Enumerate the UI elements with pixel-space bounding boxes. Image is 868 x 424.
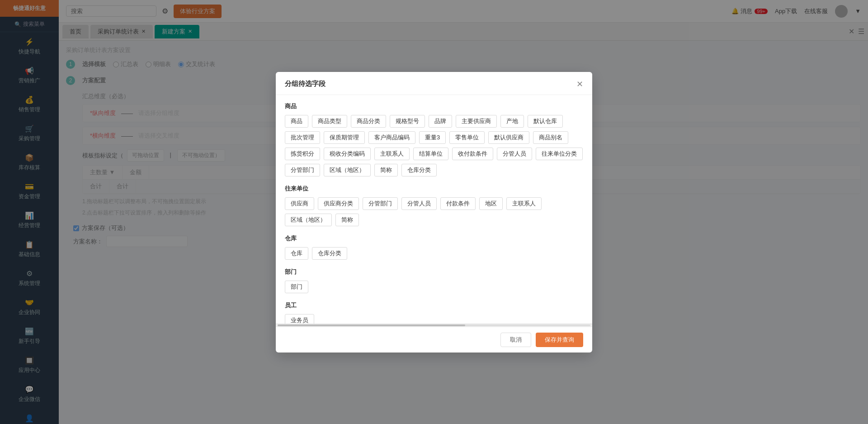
modal-title: 分组待选字段	[285, 80, 326, 88]
cancel-button[interactable]: 取消	[500, 333, 531, 347]
hscroll-track	[278, 324, 590, 326]
field-tag-重量3[interactable]: 重量3	[419, 131, 446, 144]
field-tag-分管部门[interactable]: 分管部门	[285, 164, 320, 176]
field-tag-区域（地区）[interactable]: 区域（地区）	[285, 214, 332, 226]
field-tag-分管人员[interactable]: 分管人员	[401, 197, 437, 210]
modal-body: 商品商品商品类型商品分类规格型号品牌主要供应商产地默认仓库批次管理保质期管理客户…	[276, 95, 592, 324]
field-tag-简称[interactable]: 简称	[335, 214, 359, 226]
confirm-button[interactable]: 保存并查询	[536, 333, 583, 347]
field-tag-主要供应商[interactable]: 主要供应商	[456, 115, 497, 128]
field-picker-modal: 分组待选字段 ✕ 商品商品商品类型商品分类规格型号品牌主要供应商产地默认仓库批次…	[276, 72, 592, 353]
field-tag-产地[interactable]: 产地	[500, 115, 524, 128]
field-tags-product: 商品商品类型商品分类规格型号品牌主要供应商产地默认仓库批次管理保质期管理客户商品…	[285, 115, 583, 176]
field-tag-默认供应商[interactable]: 默认供应商	[488, 131, 529, 144]
field-tag-供应商[interactable]: 供应商	[285, 197, 314, 210]
field-tag-拣货积分[interactable]: 拣货积分	[285, 148, 320, 160]
field-section-employee: 员工业务员	[285, 301, 583, 324]
hscroll-thumb	[278, 324, 465, 326]
field-tag-供应商分类[interactable]: 供应商分类	[318, 197, 359, 210]
field-tag-客户商品编码[interactable]: 客户商品编码	[368, 131, 415, 144]
field-tag-地区[interactable]: 地区	[479, 197, 503, 210]
field-tag-品牌[interactable]: 品牌	[429, 115, 452, 128]
field-tag-部门[interactable]: 部门	[285, 281, 308, 293]
field-tags-employee: 业务员	[285, 314, 583, 324]
field-tag-主联系人[interactable]: 主联系人	[374, 148, 410, 160]
field-tag-规格型号[interactable]: 规格型号	[390, 115, 425, 128]
field-tag-仓库分类[interactable]: 仓库分类	[401, 164, 437, 176]
modal-header: 分组待选字段 ✕	[276, 72, 592, 95]
field-tag-分管人员[interactable]: 分管人员	[497, 148, 532, 160]
field-tag-分管部门[interactable]: 分管部门	[363, 197, 398, 210]
field-tag-保质期管理[interactable]: 保质期管理	[324, 131, 365, 144]
field-tag-仓库分类[interactable]: 仓库分类	[312, 247, 347, 260]
field-tag-业务员[interactable]: 业务员	[285, 314, 314, 324]
field-tag-付款条件[interactable]: 付款条件	[440, 197, 476, 210]
field-tag-收付款条件[interactable]: 收付款条件	[452, 148, 493, 160]
section-title-product: 商品	[285, 102, 583, 110]
modal-hscroll[interactable]	[276, 324, 592, 327]
field-tag-结算单位[interactable]: 结算单位	[413, 148, 448, 160]
modal-overlay: 分组待选字段 ✕ 商品商品商品类型商品分类规格型号品牌主要供应商产地默认仓库批次…	[0, 0, 868, 424]
field-section-partner: 往来单位供应商供应商分类分管部门分管人员付款条件地区主联系人区域（地区）简称	[285, 185, 583, 226]
section-title-employee: 员工	[285, 301, 583, 310]
section-title-partner: 往来单位	[285, 185, 583, 193]
field-tag-简称[interactable]: 简称	[374, 164, 398, 176]
field-tag-批次管理[interactable]: 批次管理	[285, 131, 320, 144]
field-section-warehouse: 仓库仓库仓库分类	[285, 234, 583, 260]
field-section-department: 部门部门	[285, 268, 583, 293]
field-tag-商品[interactable]: 商品	[285, 115, 308, 128]
field-tag-税收分类编码[interactable]: 税收分类编码	[324, 148, 371, 160]
field-tag-商品分类[interactable]: 商品分类	[351, 115, 386, 128]
field-tag-默认仓库[interactable]: 默认仓库	[528, 115, 563, 128]
field-section-product: 商品商品商品类型商品分类规格型号品牌主要供应商产地默认仓库批次管理保质期管理客户…	[285, 102, 583, 176]
section-title-department: 部门	[285, 268, 583, 276]
field-tag-区域（地区）[interactable]: 区域（地区）	[324, 164, 371, 176]
field-tag-商品类型[interactable]: 商品类型	[312, 115, 347, 128]
field-tag-商品别名[interactable]: 商品别名	[533, 131, 568, 144]
field-tag-往来单位分类[interactable]: 往来单位分类	[536, 148, 583, 160]
modal-close-btn[interactable]: ✕	[576, 79, 583, 89]
field-tag-零售单位[interactable]: 零售单位	[449, 131, 485, 144]
field-tag-主联系人[interactable]: 主联系人	[506, 197, 542, 210]
modal-footer: 取消 保存并查询	[276, 327, 592, 353]
section-title-warehouse: 仓库	[285, 234, 583, 243]
field-tags-partner: 供应商供应商分类分管部门分管人员付款条件地区主联系人区域（地区）简称	[285, 197, 583, 226]
field-tags-department: 部门	[285, 281, 583, 293]
field-tags-warehouse: 仓库仓库分类	[285, 247, 583, 260]
field-tag-仓库[interactable]: 仓库	[285, 247, 308, 260]
